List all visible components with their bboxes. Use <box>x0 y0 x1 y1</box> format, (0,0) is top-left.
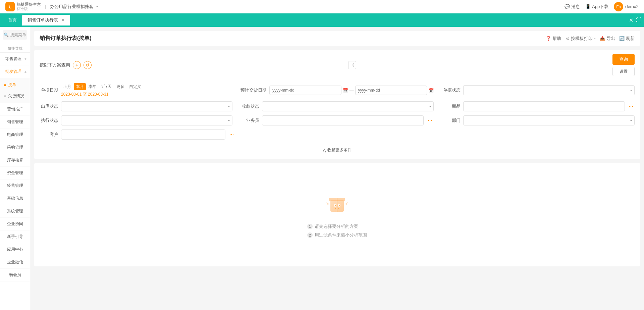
content-area: 销售订单执行表(按单) ❓ 帮助 🖨 按模板打印 ▾ 📤 导出 🔄 刷新 <box>30 27 644 310</box>
dept-select[interactable] <box>463 115 635 125</box>
help-icon: ❓ <box>546 36 551 41</box>
sidebar-nav-label: 快捷导航 <box>0 43 30 53</box>
sidebar-item-sales[interactable]: 销售管理 <box>0 116 30 128</box>
collapse-button[interactable]: 《 <box>348 61 356 69</box>
date-tabs: 上月 本月 本年 近7天 更多 自定义 <box>61 83 232 90</box>
sidebar-item-inventory[interactable]: 库存核算 <box>0 154 30 167</box>
tab-close-icon[interactable]: ✕ <box>61 18 65 22</box>
message-action[interactable]: 💬 消息 <box>565 4 580 10</box>
ship-status-select-wrapper: ▾ <box>61 101 232 111</box>
date-tab-custom[interactable]: 自定义 <box>127 83 143 90</box>
page-title: 销售订单执行表(按单) <box>40 35 92 42</box>
logo-icon: 好 <box>5 2 15 11</box>
page-actions: ❓ 帮助 🖨 按模板打印 ▾ 📤 导出 🔄 刷新 <box>546 36 635 42</box>
ship-status-select[interactable] <box>61 101 232 111</box>
search-menu-button[interactable]: 🔍 搜索菜单 <box>3 30 27 40</box>
filter-field-date: 单据日期 上月 本月 本年 近7天 更多 自定义 2023-03-01 至 20… <box>40 83 232 97</box>
doc-status-select-wrapper: ▾ <box>463 85 635 95</box>
print-button[interactable]: 🖨 按模板打印 ▾ <box>565 36 596 42</box>
filter-panel-title: 按以下方案查询 <box>40 62 70 68</box>
sidebar-item-purchase[interactable]: 采购管理 <box>0 141 30 154</box>
sidebar-item-wholesale[interactable]: 批发管理 ▲ <box>0 65 30 78</box>
sidebar-item-wechat[interactable]: 企业微信 <box>0 256 30 269</box>
sidebar-item-app-center[interactable]: 应用中心 <box>0 243 30 256</box>
date-tab-this-year[interactable]: 本年 <box>87 83 99 90</box>
refresh-scheme-button[interactable]: ↺ <box>84 61 92 69</box>
logo-area: 好 畅捷通好生意 标准版 <box>5 2 41 11</box>
date-tab-this-month[interactable]: 本月 <box>74 83 86 90</box>
search-icon: 🔍 <box>4 33 9 37</box>
empty-text: 1 请先选择要分析的方案 2 用过滤条件来缩小分析范围 <box>307 222 367 240</box>
active-dot <box>4 84 6 86</box>
tab-fullscreen-icon[interactable]: ⛶ <box>636 17 641 23</box>
filter-panel: 按以下方案查询 + ↺ 《 查询 设置 单据日期 上月 <box>34 50 640 159</box>
settings-button[interactable]: 设置 <box>612 67 635 76</box>
collapse-more-button[interactable]: ⋀ 收起更多条件 <box>40 145 635 155</box>
sidebar-item-enterprise[interactable]: 企业协同 <box>0 218 30 230</box>
sidebar-item-retail[interactable]: 零售管理 ▼ <box>0 53 30 65</box>
empty-step-2: 2 用过滤条件来缩小分析范围 <box>307 231 367 240</box>
filter-field-customer: 客户 ··· <box>40 130 235 140</box>
empty-state: 1 请先选择要分析的方案 2 用过滤条件来缩小分析范围 <box>34 163 640 266</box>
refresh-button[interactable]: 🔄 刷新 <box>619 36 635 42</box>
goods-more-icon[interactable]: ··· <box>628 104 635 109</box>
print-dropdown-icon: ▾ <box>594 37 596 40</box>
tab-home[interactable]: 首页 <box>3 15 22 25</box>
customer-label: 客户 <box>40 132 58 138</box>
customer-input[interactable] <box>61 130 225 140</box>
customer-more-icon[interactable]: ··· <box>228 132 235 137</box>
doc-status-select[interactable] <box>463 85 635 95</box>
date-tab-more[interactable]: 更多 <box>114 83 126 90</box>
sidebar-item-ecommerce[interactable]: 电商管理 <box>0 128 30 141</box>
date-tab-last-month[interactable]: 上月 <box>61 83 73 90</box>
execute-status-select[interactable] <box>61 115 232 125</box>
empty-illustration <box>324 190 351 217</box>
sidebar-item-operations[interactable]: 经营管理 <box>0 179 30 192</box>
message-icon: 💬 <box>565 4 570 9</box>
app-icon: 📱 <box>585 4 591 9</box>
sidebar-item-guide[interactable]: 新手引导 <box>0 230 30 243</box>
sidebar-sub-item-shortage[interactable]: 欠货情况 <box>0 91 30 102</box>
tab-bar: 首页 销售订单执行表 ✕ ✕ ⛶ <box>0 13 644 27</box>
expected-date-end-input[interactable] <box>355 86 427 95</box>
salesperson-input[interactable] <box>262 115 424 125</box>
goods-input[interactable] <box>463 101 625 111</box>
page-header: 销售订单执行表(按单) ❓ 帮助 🖨 按模板打印 ▾ 📤 导出 🔄 刷新 <box>34 31 640 46</box>
logo-text: 畅捷通好生意 标准版 <box>17 2 41 11</box>
tab-sales-order[interactable]: 销售订单执行表 ✕ <box>22 15 70 25</box>
filter-field-ship-status: 出库状态 ▾ <box>40 101 232 111</box>
query-button[interactable]: 查询 <box>612 54 635 65</box>
sidebar-item-basic-info[interactable]: 基础信息 <box>0 192 30 205</box>
svg-point-8 <box>339 205 340 206</box>
salesperson-more-icon[interactable]: ··· <box>426 118 433 123</box>
filter-panel-header: 按以下方案查询 + ↺ 《 查询 设置 <box>40 54 635 79</box>
date-field-content: 上月 本月 本年 近7天 更多 自定义 2023-03-01 至 2023-03… <box>61 83 232 97</box>
user-area[interactable]: Ea demo2 <box>614 2 639 11</box>
salesperson-label: 业务员 <box>240 117 259 123</box>
empty-step-1: 1 请先选择要分析的方案 <box>307 222 367 231</box>
filter-row-1: 单据日期 上月 本月 本年 近7天 更多 自定义 2023-03-01 至 20… <box>40 83 635 97</box>
sidebar-item-system[interactable]: 系统管理 <box>0 205 30 218</box>
execute-status-label: 执行状态 <box>40 117 58 123</box>
payment-status-select-wrapper: ▾ <box>262 101 433 111</box>
dropdown-icon[interactable]: ▾ <box>96 5 98 8</box>
doc-status-label: 单据状态 <box>442 87 461 93</box>
sidebar-sub-item-order[interactable]: 按单 <box>0 80 30 91</box>
filter-row-4: 客户 ··· <box>40 130 635 142</box>
date-tab-7days[interactable]: 近7天 <box>99 83 114 90</box>
top-page-title: 办公用品行业模拟账套 <box>50 4 94 10</box>
sidebar-item-member[interactable]: 畅会员 <box>0 269 30 281</box>
app-download-action[interactable]: 📱 App下载 <box>585 4 608 10</box>
tab-close-window-icon[interactable]: ✕ <box>629 17 633 23</box>
svg-text:好: 好 <box>8 5 12 9</box>
sidebar-item-finance[interactable]: 资金管理 <box>0 167 30 179</box>
payment-status-select[interactable] <box>262 101 433 111</box>
username: demo2 <box>625 4 639 9</box>
help-button[interactable]: ❓ 帮助 <box>546 36 561 42</box>
expected-date-start-input[interactable] <box>269 86 341 95</box>
top-bar: 好 畅捷通好生意 标准版 | 办公用品行业模拟账套 ▾ 💬 消息 📱 App下载… <box>0 0 644 13</box>
sidebar: 🔍 搜索菜单 快捷导航 零售管理 ▼ 批发管理 ▲ 按单 欠货情况 <box>0 27 30 310</box>
add-scheme-button[interactable]: + <box>73 61 81 69</box>
sidebar-item-marketing[interactable]: 营销推广 <box>0 103 30 116</box>
export-button[interactable]: 📤 导出 <box>600 36 615 42</box>
